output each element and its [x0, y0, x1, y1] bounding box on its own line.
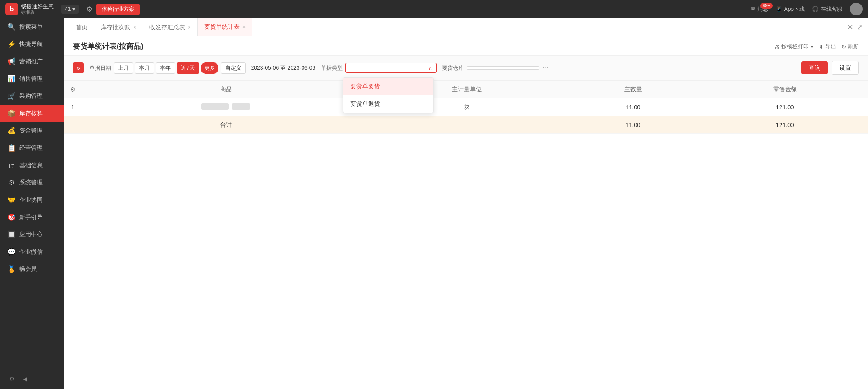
- sidebar-label-operations: 经营管理: [19, 144, 43, 152]
- dropdown-item-order-goods[interactable]: 要货单要货: [343, 78, 433, 95]
- sidebar-item-purchase[interactable]: 🛒 采购管理: [0, 87, 64, 105]
- message-icon: ✉: [751, 6, 755, 12]
- trial-button[interactable]: 体验行业方案: [96, 4, 140, 15]
- date-filter-group: 单据日期 上月 本月 本年 近7天 更多 自定义: [89, 62, 246, 74]
- summary-row: 合计 11.00 121.00: [64, 116, 868, 134]
- expand-tab-btn[interactable]: ⤢: [857, 23, 863, 31]
- settings-gear-icon[interactable]: ⚙: [86, 5, 92, 14]
- sidebar-icon-quick-nav: ⚡: [7, 40, 15, 48]
- sidebar-icon-search: 🔍: [7, 23, 15, 31]
- this-year-btn[interactable]: 本年: [156, 62, 175, 74]
- date-range-display: 2023-05-06 至 2023-06-06: [251, 64, 315, 72]
- summary-empty-2: [370, 116, 564, 134]
- export-label: 导出: [825, 43, 836, 51]
- more-dates-btn[interactable]: 更多: [201, 62, 218, 74]
- type-filter-label: 单据类型: [321, 64, 343, 72]
- type-filter-input[interactable]: ∧: [345, 63, 437, 73]
- sidebar-icon-enterprise: 🤝: [7, 196, 15, 204]
- th-amount: 零售金额: [702, 81, 868, 98]
- online-service-label: 在线客服: [821, 5, 842, 13]
- sidebar-icon-sales: 📊: [7, 75, 15, 83]
- top-bar: b 畅捷通好生意 标准版 41 ▾ ⚙ 体验行业方案 ✉ 消息 99+ 📱 Ap…: [0, 0, 868, 18]
- tab-inventory-batch[interactable]: 库存批次账×: [94, 18, 143, 36]
- sidebar: 🔍 搜索菜单 ⚡ 快捷导航 📢 营销推广 📊 销售管理 🛒 采购管理 📦 库存核…: [0, 18, 64, 389]
- sidebar-label-marketing: 营销推广: [19, 57, 43, 66]
- sidebar-item-system[interactable]: ⚙ 系统管理: [0, 174, 64, 191]
- sidebar-item-marketing[interactable]: 📢 营销推广: [0, 53, 64, 70]
- sidebar-item-quick-nav[interactable]: ⚡ 快捷导航: [0, 36, 64, 53]
- sidebar-label-wechat: 企业微信: [19, 248, 43, 256]
- logo-main: 畅捷通好生意: [21, 3, 54, 10]
- th-product: 商品: [82, 81, 370, 98]
- print-template-label: 按模板打印: [781, 43, 809, 51]
- refresh-icon: ↻: [842, 44, 846, 50]
- sidebar-item-basic[interactable]: 🗂 基础信息: [0, 157, 64, 174]
- sidebar-item-sales[interactable]: 📊 销售管理: [0, 70, 64, 87]
- this-month-btn[interactable]: 本月: [135, 62, 154, 74]
- messages-button[interactable]: ✉ 消息 99+: [751, 5, 768, 13]
- query-button[interactable]: 查询: [801, 61, 828, 74]
- logo-text: 畅捷通好生意 标准版: [21, 3, 54, 15]
- print-icon: 🖨: [774, 44, 780, 50]
- app-download-button[interactable]: 📱 App下载: [776, 5, 805, 13]
- warehouse-more-btn[interactable]: ···: [542, 64, 548, 72]
- data-table: ⚙ 商品 主计量单位 主数量 零售金额 1 块 11.00 121.00: [64, 81, 868, 134]
- last-7days-btn[interactable]: 近7天: [177, 62, 199, 74]
- sidebar-item-appstore[interactable]: 🔲 应用中心: [0, 226, 64, 243]
- tab-bar-actions: ✕ ⤢: [847, 23, 863, 31]
- online-service-button[interactable]: 🎧 在线客服: [812, 5, 842, 13]
- last-month-btn[interactable]: 上月: [114, 62, 133, 74]
- th-settings[interactable]: ⚙: [64, 81, 82, 98]
- tab-close-order-stats[interactable]: ×: [242, 24, 246, 30]
- custom-date-btn[interactable]: 自定义: [221, 62, 246, 74]
- sidebar-label-search: 搜索菜单: [19, 23, 43, 31]
- sidebar-collapse-icon[interactable]: ◀: [20, 374, 29, 384]
- sidebar-item-enterprise[interactable]: 🤝 企业协同: [0, 191, 64, 209]
- store-selector[interactable]: 41 ▾: [61, 5, 79, 14]
- row-product: [82, 98, 370, 116]
- export-btn[interactable]: ⬇ 导出: [819, 43, 836, 51]
- th-quantity: 主数量: [564, 81, 702, 98]
- sidebar-label-basic: 基础信息: [19, 161, 43, 169]
- sidebar-icon-basic: 🗂: [7, 161, 15, 169]
- page-header: 要货单统计表(按商品) 🖨 按模板打印 ▾ ⬇ 导出 ↻ 刷新: [64, 36, 868, 56]
- print-template-btn[interactable]: 🖨 按模板打印 ▾: [774, 43, 813, 51]
- refresh-label: 刷新: [848, 43, 859, 51]
- tab-close-inventory-batch[interactable]: ×: [133, 24, 136, 31]
- sidebar-item-search[interactable]: 🔍 搜索菜单: [0, 18, 64, 36]
- tab-home[interactable]: 首页: [69, 18, 94, 36]
- main-layout: 🔍 搜索菜单 ⚡ 快捷导航 📢 营销推广 📊 销售管理 🛒 采购管理 📦 库存核…: [0, 18, 868, 389]
- tab-label-receipts-summary: 收发存汇总表: [149, 23, 185, 31]
- tab-label-order-stats: 要货单统计表: [204, 23, 240, 31]
- app-download-label: App下载: [784, 5, 805, 13]
- sidebar-icon-system: ⚙: [7, 179, 15, 187]
- refresh-btn[interactable]: ↻ 刷新: [842, 43, 859, 51]
- close-tab-btn[interactable]: ✕: [847, 23, 853, 31]
- export-icon: ⬇: [819, 44, 823, 50]
- sidebar-item-guide[interactable]: 🎯 新手引导: [0, 209, 64, 226]
- sidebar-item-finance[interactable]: 💰 资金管理: [0, 122, 64, 139]
- sidebar-icon-member: 🏅: [7, 265, 15, 273]
- sidebar-icon-wechat: 💬: [7, 248, 15, 256]
- sidebar-icon-marketing: 📢: [7, 57, 15, 66]
- avatar[interactable]: [850, 3, 863, 15]
- sidebar-item-wechat[interactable]: 💬 企业微信: [0, 243, 64, 261]
- row-quantity: 11.00: [564, 98, 702, 116]
- warehouse-filter-input[interactable]: [467, 66, 539, 70]
- dropdown-item-order-return[interactable]: 要货单退货: [343, 95, 433, 113]
- sidebar-icon-operations: 📋: [7, 144, 15, 152]
- sidebar-item-inventory[interactable]: 📦 库存核算: [0, 105, 64, 122]
- sidebar-item-member[interactable]: 🏅 畅会员: [0, 261, 64, 278]
- tab-order-stats[interactable]: 要货单统计表×: [198, 18, 252, 36]
- summary-quantity: 11.00: [564, 116, 702, 134]
- tab-close-receipts-summary[interactable]: ×: [188, 24, 191, 31]
- filter-expand-btn[interactable]: »: [73, 62, 84, 73]
- sidebar-label-sales: 销售管理: [19, 75, 43, 83]
- sidebar-item-operations[interactable]: 📋 经营管理: [0, 139, 64, 157]
- sidebar-label-purchase: 采购管理: [19, 92, 43, 100]
- tab-label-home: 首页: [76, 23, 87, 31]
- tab-receipts-summary[interactable]: 收发存汇总表×: [143, 18, 198, 36]
- settings-button[interactable]: 设置: [832, 61, 859, 75]
- sidebar-settings-icon[interactable]: ⚙: [7, 374, 16, 384]
- phone-icon: 📱: [776, 6, 782, 12]
